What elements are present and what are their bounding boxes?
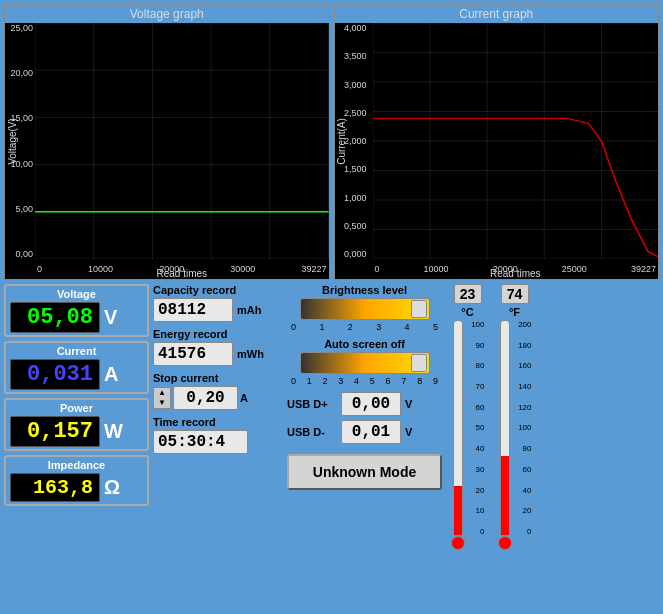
auto-screen-numbers: 0 1 2 3 4 5 6 7 8 9 — [287, 376, 442, 386]
impedance-display: 163,8 — [10, 473, 100, 502]
power-measurement: Power 0,157 W — [4, 398, 149, 451]
impedance-label: Impedance — [10, 459, 143, 471]
usb-dminus-value: 0,01 — [341, 420, 401, 444]
auto-screen-label: Auto screen off — [287, 338, 442, 350]
fahrenheit-value: 74 — [501, 284, 529, 304]
usb-dplus-row: USB D+ 0,00 V — [287, 392, 442, 416]
power-label: Power — [10, 402, 143, 414]
celsius-value: 23 — [454, 284, 482, 304]
impedance-measurement: Impedance 163,8 Ω — [4, 455, 149, 506]
usb-section: USB D+ 0,00 V USB D- 0,01 V — [287, 392, 442, 444]
fahrenheit-wrapper: 74 °F 200 180 160 140 120 100 80 60 40 2… — [493, 284, 536, 550]
capacity-unit: mAh — [237, 304, 261, 316]
voltage-graph-inner — [35, 23, 329, 259]
current-svg — [373, 23, 659, 259]
stop-current-label: Stop current — [153, 372, 283, 384]
voltage-unit: V — [104, 306, 117, 329]
voltage-graph-area: Voltage(V) 25,00 20,00 15,00 10,00 5,00 … — [5, 23, 329, 279]
brightness-section: Brightness level 0 1 2 3 4 5 — [287, 284, 442, 332]
voltage-y-labels: 25,00 20,00 15,00 10,00 5,00 0,00 — [5, 23, 35, 259]
voltage-value-row: 05,08 V — [10, 302, 143, 333]
energy-value-row: mWh — [153, 342, 283, 366]
graphs-section: Voltage graph Voltage(V) 25,00 20,00 15,… — [0, 0, 663, 280]
power-value-row: 0,157 W — [10, 416, 143, 447]
celsius-thermo: 100 90 80 70 60 50 40 30 20 10 0 — [451, 320, 485, 550]
time-input[interactable] — [153, 430, 248, 454]
spinner-up-btn[interactable]: ▲ — [154, 388, 170, 398]
celsius-unit: °C — [461, 306, 473, 318]
usb-dplus-unit: V — [405, 398, 412, 410]
capacity-section: Capacity record mAh — [153, 284, 283, 322]
auto-screen-section: Auto screen off 0 1 2 3 4 5 6 7 8 9 — [287, 338, 442, 386]
usb-dminus-row: USB D- 0,01 V — [287, 420, 442, 444]
current-graph-container: Current graph Current(A) 4,000 3,500 3,0… — [334, 4, 660, 280]
stop-current-input[interactable] — [173, 386, 238, 410]
impedance-value-row: 163,8 Ω — [10, 473, 143, 502]
power-display: 0,157 — [10, 416, 100, 447]
current-graph-inner — [373, 23, 659, 259]
current-label: Current — [10, 345, 143, 357]
stop-current-unit: A — [240, 392, 248, 404]
fahrenheit-thermo: 200 180 160 140 120 100 80 60 40 20 0 — [498, 320, 532, 550]
voltage-graph-container: Voltage graph Voltage(V) 25,00 20,00 15,… — [4, 4, 330, 280]
energy-input[interactable] — [153, 342, 233, 366]
auto-screen-slider-track[interactable] — [300, 352, 430, 374]
time-label: Time record — [153, 416, 283, 428]
capacity-label: Capacity record — [153, 284, 283, 296]
usb-dminus-unit: V — [405, 426, 412, 438]
brightness-numbers: 0 1 2 3 4 5 — [287, 322, 442, 332]
fahrenheit-unit: °F — [509, 306, 520, 318]
impedance-unit: Ω — [104, 476, 120, 499]
stop-current-spinner[interactable]: ▲ ▼ — [153, 387, 171, 409]
usb-dminus-label: USB D- — [287, 426, 337, 438]
controls-col: Brightness level 0 1 2 3 4 5 Auto screen… — [287, 284, 442, 610]
energy-label: Energy record — [153, 328, 283, 340]
current-measurement: Current 0,031 A — [4, 341, 149, 394]
voltage-x-title: Read times — [35, 268, 329, 279]
energy-unit: mWh — [237, 348, 264, 360]
current-y-labels: 4,000 3,500 3,000 2,500 2,000 1,500 1,00… — [335, 23, 369, 259]
current-graph-title: Current graph — [335, 5, 659, 23]
thermometer-col: 23 °C 100 90 80 70 60 50 40 30 20 10 — [446, 284, 536, 610]
measurements-col: Voltage 05,08 V Current 0,031 A Power 0,… — [4, 284, 149, 610]
brightness-label: Brightness level — [287, 284, 442, 296]
unknown-mode-button[interactable]: Unknown Mode — [287, 454, 442, 490]
stop-current-row: ▲ ▼ A — [153, 386, 283, 410]
current-graph-area: Current(A) 4,000 3,500 3,000 2,500 2,000… — [335, 23, 659, 279]
current-unit: A — [104, 363, 118, 386]
voltage-svg — [35, 23, 329, 259]
voltage-graph-title: Voltage graph — [5, 5, 329, 23]
voltage-display: 05,08 — [10, 302, 100, 333]
celsius-wrapper: 23 °C 100 90 80 70 60 50 40 30 20 10 — [446, 284, 489, 550]
voltage-measurement: Voltage 05,08 V — [4, 284, 149, 337]
records-col: Capacity record mAh Energy record mWh St… — [153, 284, 283, 610]
brightness-slider-handle[interactable] — [411, 300, 427, 318]
energy-section: Energy record mWh — [153, 328, 283, 366]
capacity-value-row: mAh — [153, 298, 283, 322]
power-unit: W — [104, 420, 123, 443]
spinner-down-btn[interactable]: ▼ — [154, 398, 170, 408]
time-value-row — [153, 430, 283, 454]
bottom-panel: Voltage 05,08 V Current 0,031 A Power 0,… — [0, 280, 663, 614]
thermo-row: 23 °C 100 90 80 70 60 50 40 30 20 10 — [446, 284, 536, 550]
current-display: 0,031 — [10, 359, 100, 390]
current-x-title: Read times — [373, 268, 659, 279]
brightness-slider-track[interactable] — [300, 298, 430, 320]
voltage-label: Voltage — [10, 288, 143, 300]
stop-current-section: Stop current ▲ ▼ A — [153, 372, 283, 410]
usb-dplus-value: 0,00 — [341, 392, 401, 416]
current-value-row: 0,031 A — [10, 359, 143, 390]
auto-screen-slider-handle[interactable] — [411, 354, 427, 372]
time-section: Time record — [153, 416, 283, 454]
usb-dplus-label: USB D+ — [287, 398, 337, 410]
capacity-input[interactable] — [153, 298, 233, 322]
